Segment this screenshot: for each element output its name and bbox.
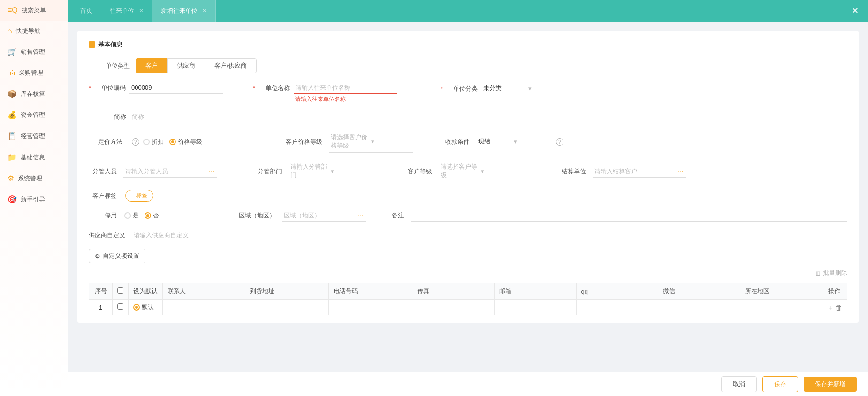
customer-price-level-select[interactable]: 请选择客户价格等级 ▾ bbox=[329, 131, 413, 153]
dept-select[interactable]: 请输入分管部门 ▾ bbox=[289, 160, 373, 182]
sidebar-item-quick-nav[interactable]: ⌂ 快捷导航 bbox=[0, 21, 68, 41]
region-input[interactable] bbox=[284, 212, 357, 219]
sidebar-item-system[interactable]: ⚙ 系统管理 bbox=[0, 168, 68, 189]
unit-code-input[interactable] bbox=[129, 82, 223, 94]
remarks-label: 备注 bbox=[389, 211, 408, 220]
customer-level-select[interactable]: 请选择客户等级 ▾ bbox=[439, 160, 523, 182]
btn-type-customer[interactable]: 客户 bbox=[136, 58, 168, 73]
row-checkbox[interactable] bbox=[117, 303, 123, 310]
manager-label: 分管人员 bbox=[89, 167, 121, 176]
customer-price-level-group: 客户价格等级 请选择客户价格等级 ▾ bbox=[286, 131, 445, 153]
cell-contact bbox=[163, 300, 245, 315]
unit-name-group: * 单位名称 请输入往来单位名称 bbox=[253, 82, 441, 103]
close-all-tabs[interactable]: ✕ bbox=[846, 6, 864, 16]
basic-info-icon: 📁 bbox=[8, 153, 17, 162]
pricing-help-icon[interactable]: ? bbox=[132, 138, 139, 146]
customer-tag-label: 客户标签 bbox=[89, 192, 121, 200]
manager-input[interactable] bbox=[125, 168, 208, 175]
sales-icon: 🛒 bbox=[8, 47, 17, 56]
supplier-custom-input[interactable] bbox=[132, 229, 235, 241]
btn-type-both[interactable]: 客户/供应商 bbox=[205, 58, 257, 73]
address-input[interactable] bbox=[250, 304, 324, 311]
sidebar-item-label: 系统管理 bbox=[18, 174, 42, 183]
sidebar-item-label: 基础信息 bbox=[21, 153, 45, 162]
custom-settings-label: 自定义项设置 bbox=[103, 252, 139, 260]
phone-input[interactable] bbox=[334, 304, 407, 311]
save-button[interactable]: 保存 bbox=[762, 376, 798, 392]
cell-seq: 1 bbox=[89, 300, 113, 315]
add-row-button[interactable]: + bbox=[828, 303, 832, 311]
short-name-input[interactable] bbox=[130, 111, 224, 123]
chevron-down-icon-5: ▾ bbox=[481, 168, 521, 175]
billing-unit-more-btn[interactable]: ··· bbox=[677, 167, 685, 175]
sidebar-item-inventory[interactable]: 📦 库存核算 bbox=[0, 83, 68, 104]
fax-input[interactable] bbox=[417, 304, 489, 311]
form-row-disabled: 停用 是 否 bbox=[89, 209, 847, 222]
chevron-down-icon-2: ▾ bbox=[371, 138, 411, 145]
pricing-method-label: 定价方法 bbox=[89, 138, 126, 146]
sidebar-item-search[interactable]: ≡Q 搜索菜单 bbox=[0, 0, 68, 21]
tabs-bar: 首页 往来单位 ✕ 新增往来单位 ✕ ✕ bbox=[68, 0, 868, 22]
disabled-group: 停用 是 否 bbox=[89, 211, 239, 220]
radio-discount-circle bbox=[143, 139, 150, 145]
radio-default[interactable]: 默认 bbox=[133, 303, 158, 311]
sidebar-item-finance[interactable]: 💰 资金管理 bbox=[0, 104, 68, 125]
tab-partner[interactable]: 往来单位 ✕ bbox=[101, 0, 152, 22]
unit-category-select[interactable]: 未分类 ▾ bbox=[481, 82, 575, 95]
cell-email bbox=[494, 300, 576, 315]
unit-name-error: 请输入往来单位名称 bbox=[295, 95, 346, 103]
tab-new-partner[interactable]: 新增往来单位 ✕ bbox=[152, 0, 216, 22]
tab-home-label: 首页 bbox=[80, 7, 92, 15]
qq-input[interactable] bbox=[581, 304, 653, 311]
tab-partner-close[interactable]: ✕ bbox=[139, 8, 144, 14]
sidebar-item-label: 快捷导航 bbox=[16, 27, 40, 35]
batch-delete-button[interactable]: 🗑 批量删除 bbox=[815, 269, 847, 277]
tab-home[interactable]: 首页 bbox=[72, 0, 101, 22]
radio-price-level[interactable]: 价格等级 bbox=[169, 138, 202, 146]
payment-help-icon[interactable]: ? bbox=[556, 138, 563, 146]
delete-row-button[interactable]: 🗑 bbox=[835, 303, 842, 311]
sidebar-item-basic-info[interactable]: 📁 基础信息 bbox=[0, 147, 68, 168]
sidebar-item-operation[interactable]: 📋 经营管理 bbox=[0, 125, 68, 147]
manager-more-btn[interactable]: ··· bbox=[208, 167, 215, 175]
payment-terms-select[interactable]: 现结 ▾ bbox=[476, 135, 551, 148]
remarks-input[interactable] bbox=[411, 210, 847, 222]
col-wechat: 微信 bbox=[658, 283, 740, 300]
cancel-button[interactable]: 取消 bbox=[721, 376, 757, 392]
cell-region bbox=[740, 300, 823, 315]
sidebar-item-label: 搜索菜单 bbox=[22, 6, 46, 15]
sidebar-item-purchase[interactable]: 🛍 采购管理 bbox=[0, 62, 68, 83]
email-input[interactable] bbox=[499, 304, 571, 311]
save-new-button[interactable]: 保存并新增 bbox=[804, 377, 857, 392]
tab-new-partner-label: 新增往来单位 bbox=[161, 7, 198, 15]
radio-no-circle bbox=[145, 212, 151, 219]
wechat-input[interactable] bbox=[663, 304, 735, 311]
form-row-supplier-custom: 供应商自定义 bbox=[89, 229, 847, 241]
select-all-checkbox[interactable] bbox=[117, 287, 123, 294]
radio-discount[interactable]: 折扣 bbox=[143, 138, 164, 146]
region-more-btn[interactable]: ··· bbox=[357, 211, 365, 219]
inventory-icon: 📦 bbox=[8, 89, 17, 98]
radio-no-dot bbox=[146, 214, 149, 217]
table-header-row: 序号 设为默认 联系人 到货地址 电话号码 传真 邮箱 qq 微信 所在地区 bbox=[89, 283, 847, 300]
radio-yes[interactable]: 是 bbox=[124, 211, 139, 220]
billing-unit-input[interactable] bbox=[594, 168, 677, 175]
radio-no[interactable]: 否 bbox=[145, 211, 159, 220]
cell-region-input[interactable] bbox=[745, 304, 819, 311]
region-group: 区域（地区） ··· bbox=[239, 209, 389, 222]
custom-settings-button[interactable]: ⚙ 自定义项设置 bbox=[89, 249, 145, 263]
sidebar-item-guide[interactable]: 🎯 新手引导 bbox=[0, 189, 68, 210]
section-icon bbox=[89, 41, 95, 48]
content-area: 基本信息 单位类型 客户 供应商 客户/供应商 * 单位编码 bbox=[68, 22, 868, 396]
radio-yes-circle bbox=[124, 212, 131, 219]
tab-new-partner-close[interactable]: ✕ bbox=[202, 8, 207, 14]
cell-action: + 🗑 bbox=[823, 300, 847, 315]
btn-type-supplier[interactable]: 供应商 bbox=[167, 58, 205, 73]
contact-input[interactable] bbox=[168, 304, 240, 311]
sidebar-item-sales[interactable]: 🛒 销售管理 bbox=[0, 41, 68, 62]
short-name-label: 简称 bbox=[89, 113, 130, 121]
add-tag-button[interactable]: + 标签 bbox=[125, 190, 153, 202]
unit-name-input[interactable] bbox=[294, 82, 397, 94]
dept-group: 分管部门 请输入分管部门 ▾ bbox=[258, 160, 408, 182]
billing-unit-group: 结算单位 ··· bbox=[558, 165, 736, 178]
